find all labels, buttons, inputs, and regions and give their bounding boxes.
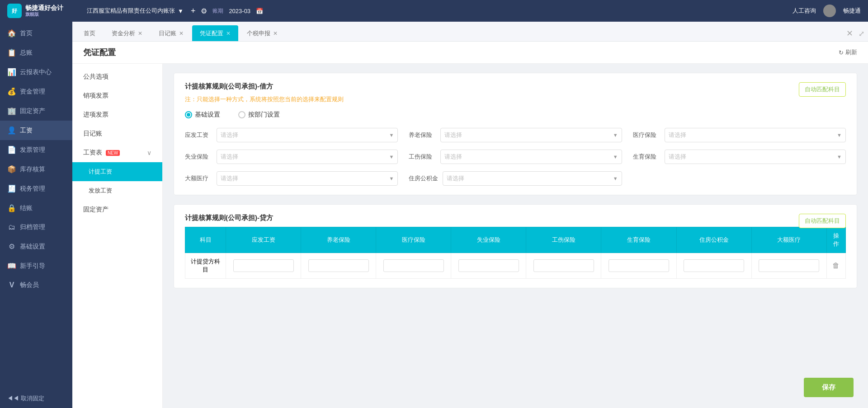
- sidebar: 🏠 首页 📋 总账 📊 云报表中心 💰 资金管理 🏢 固定资产 👤 工资 📄 发…: [0, 22, 72, 408]
- chevron-down-icon: ▼: [613, 154, 618, 159]
- input-gsbx[interactable]: [533, 259, 594, 272]
- input-sybx[interactable]: [458, 259, 519, 272]
- maximize-icon[interactable]: ⤢: [859, 29, 864, 38]
- sidebar-label-guide: 新手引导: [20, 262, 45, 270]
- refresh-button[interactable]: ↻ 刷新: [839, 48, 857, 56]
- col-header-zfgjj: 住房公积金: [676, 227, 751, 253]
- sidebar-item-archive[interactable]: 🗂 归档管理: [0, 218, 72, 237]
- cancel-fixed-label: ◀◀ 取消固定: [7, 394, 44, 403]
- sidebar-item-reports[interactable]: 📊 云报表中心: [0, 62, 72, 82]
- save-button[interactable]: 保存: [804, 378, 854, 397]
- select-gsbx[interactable]: 请选择 ▼: [440, 150, 622, 164]
- auto-match-debit-button[interactable]: 自动匹配科目: [799, 82, 846, 97]
- tab-capital[interactable]: 资金分析 ✕: [104, 25, 150, 41]
- input-zfgjj[interactable]: [684, 259, 744, 272]
- nav-item-payroll-pay[interactable]: 发放工资: [72, 181, 162, 200]
- select-ylbx2[interactable]: 请选择 ▼: [665, 128, 846, 142]
- nav-item-payroll-accrual[interactable]: 计提工资: [72, 162, 162, 181]
- sidebar-label-inventory: 库存核算: [20, 165, 45, 174]
- sidebar-item-salary[interactable]: 👤 工资: [0, 121, 72, 140]
- nav-item-payroll-table[interactable]: 工资表 NEW ∨: [72, 143, 162, 162]
- add-button[interactable]: +: [191, 6, 196, 16]
- username[interactable]: 畅捷通: [843, 7, 861, 15]
- input-sybx2[interactable]: [609, 259, 669, 272]
- input-yfgz[interactable]: [233, 259, 294, 272]
- radio-dept[interactable]: 按部门设置: [238, 111, 280, 119]
- tab-close-tax[interactable]: ✕: [273, 30, 278, 37]
- sidebar-label-salary: 工资: [20, 127, 33, 135]
- radio-dept-circle: [238, 111, 245, 118]
- tab-close-voucher[interactable]: ✕: [226, 30, 231, 37]
- sidebar-item-assets[interactable]: 🏢 固定资产: [0, 101, 72, 121]
- sidebar-item-invoices[interactable]: 📄 发票管理: [0, 140, 72, 159]
- col-header-sybx2: 生育保险: [601, 227, 676, 253]
- page-header: 凭证配置 ↻ 刷新: [72, 42, 868, 64]
- period-label: 账期: [212, 7, 223, 15]
- company-selector[interactable]: 江西服宝精品有限责任公司内账张 ▼: [87, 7, 184, 15]
- cell-sybx: [451, 253, 526, 279]
- sidebar-label-ledger: 总账: [20, 49, 33, 57]
- tab-close-capital[interactable]: ✕: [138, 30, 142, 37]
- table-row: 计提贷方科目 🗑: [185, 253, 846, 279]
- select-sybx[interactable]: 请选择 ▼: [217, 150, 398, 164]
- main-layout: 🏠 首页 📋 总账 📊 云报表中心 💰 资金管理 🏢 固定资产 👤 工资 📄 发…: [0, 22, 868, 408]
- nav-item-fixed-assets[interactable]: 固定资产: [72, 200, 162, 219]
- sidebar-label-assets: 固定资产: [20, 107, 45, 115]
- select-yfgz[interactable]: 请选择 ▼: [217, 128, 398, 142]
- close-all-icon[interactable]: ✕: [846, 28, 853, 38]
- sidebar-item-tax[interactable]: 🧾 税务管理: [0, 179, 72, 198]
- user-avatar: [823, 5, 836, 17]
- top-bar-right: 人工咨询 畅捷通: [793, 5, 861, 17]
- chevron-down-icon: ▼: [389, 154, 394, 159]
- sidebar-label-member: 畅会员: [20, 281, 39, 289]
- select-ylbx[interactable]: 请选择 ▼: [440, 128, 622, 142]
- settings-icon[interactable]: ⚙: [201, 7, 207, 15]
- select-sybx2[interactable]: 请选择 ▼: [665, 150, 846, 164]
- debit-section: 自动匹配科目 计提核算规则(公司承担)-借方 注：只能选择一种方式，系统将按照您…: [174, 73, 857, 195]
- input-deyf[interactable]: [759, 259, 819, 272]
- tab-home[interactable]: 首页: [76, 25, 103, 41]
- inventory-icon: 📦: [7, 165, 16, 174]
- sidebar-item-closing[interactable]: 🔒 结账: [0, 198, 72, 218]
- expand-icon: ∨: [147, 149, 151, 156]
- cell-yfgz: [226, 253, 301, 279]
- select-zfgjj[interactable]: 请选择 ▼: [443, 171, 622, 186]
- sidebar-item-member[interactable]: V 畅会员: [0, 276, 72, 295]
- sidebar-label-settings: 基础设置: [20, 243, 45, 251]
- period-value[interactable]: 2023-03: [229, 8, 250, 14]
- radio-basic[interactable]: 基础设置: [185, 111, 220, 119]
- sidebar-item-capital[interactable]: 💰 资金管理: [0, 82, 72, 101]
- closing-icon: 🔒: [7, 204, 16, 212]
- nav-item-sales[interactable]: 销项发票: [72, 86, 162, 105]
- chevron-down-icon: ▼: [613, 176, 618, 181]
- sidebar-item-ledger[interactable]: 📋 总账: [0, 43, 72, 62]
- input-ylbx2[interactable]: [383, 259, 444, 272]
- calendar-icon[interactable]: 📅: [256, 8, 263, 14]
- col-header-ylbx: 养老保险: [301, 227, 376, 253]
- cancel-fixed-button[interactable]: ◀◀ 取消固定: [0, 389, 72, 408]
- reports-icon: 📊: [7, 68, 16, 76]
- col-header-yfgz: 应发工资: [226, 227, 301, 253]
- nav-item-public[interactable]: 公共选项: [72, 67, 162, 86]
- nav-item-purchase[interactable]: 进项发票: [72, 105, 162, 124]
- tab-tax[interactable]: 个税申报 ✕: [239, 25, 285, 41]
- delete-row-icon[interactable]: 🗑: [832, 262, 840, 269]
- debit-fields-grid: 应发工资 请选择 ▼ 养老保险 请选择 ▼: [185, 128, 846, 186]
- sidebar-item-inventory[interactable]: 📦 库存核算: [0, 159, 72, 179]
- field-deyf: 大额医疗 请选择 ▼: [185, 171, 398, 186]
- tab-close-journal[interactable]: ✕: [179, 30, 184, 37]
- chevron-down-icon: ▼: [837, 154, 842, 159]
- sidebar-item-settings[interactable]: ⚙ 基础设置: [0, 237, 72, 256]
- tab-journal[interactable]: 日记账 ✕: [151, 25, 191, 41]
- input-ylbx[interactable]: [308, 259, 369, 272]
- cell-ylbx2: [376, 253, 451, 279]
- support-button[interactable]: 人工咨询: [793, 7, 816, 15]
- label-ylbx: 养老保险: [409, 131, 436, 139]
- field-sybx: 失业保险 请选择 ▼: [185, 150, 398, 164]
- auto-match-credit-button[interactable]: 自动匹配科目: [799, 214, 846, 228]
- sidebar-item-guide[interactable]: 📖 新手引导: [0, 256, 72, 276]
- nav-item-journal[interactable]: 日记账: [72, 124, 162, 143]
- tab-voucher[interactable]: 凭证配置 ✕: [192, 25, 238, 41]
- select-deyf[interactable]: 请选择 ▼: [217, 171, 398, 186]
- sidebar-item-home[interactable]: 🏠 首页: [0, 23, 72, 43]
